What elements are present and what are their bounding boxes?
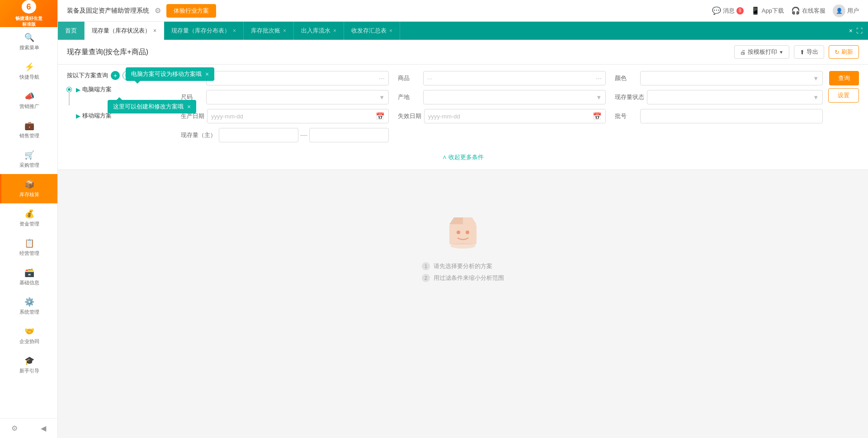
sidebar-item-operation[interactable]: 📋 经营管理 [0,233,57,262]
filter-add-btn[interactable]: + [111,71,120,80]
batch-no-input[interactable] [640,109,823,123]
print-dropdown-icon: ▼ [779,50,783,55]
inout-flow-label: 出入库流水 [301,27,330,35]
sidebar-item-enterprise[interactable]: 🤝 企业协同 [0,321,57,350]
message-item[interactable]: 💬 消息 8 [712,6,744,15]
goods-select[interactable]: ··· ⋯ [423,71,606,85]
scheme-tooltip: 电脑方案可设为移动方案哦 × [126,67,214,81]
tab-inventory-batch[interactable]: 库存批次账 × [244,22,294,40]
refresh-btn[interactable]: ↻ 刷新 [829,45,859,59]
production-date-placeholder: yyyy-mm-dd [211,113,243,120]
scheme-tooltip-text: 电脑方案可设为移动方案哦 [131,70,202,78]
tab-inventory-status[interactable]: 现存量（库存状况表） × [85,22,164,40]
inventory-main-end-input[interactable] [309,128,389,142]
color-label: 颜色 [615,74,637,82]
edit-tooltip-container: 这里可以创建和修改方案哦 × [108,100,196,113]
print-btn[interactable]: 🖨 按模板打印 ▼ [734,45,789,59]
inventory-status-label: 现存量（库存状况表） [92,27,151,35]
tab-collection-summary[interactable]: 收发存汇总表 × [344,22,400,40]
tab-inout-flow[interactable]: 出入库流水 × [294,22,344,40]
inventory-main-label: 现存量（主） [181,131,216,139]
sidebar-item-purchase[interactable]: 🛒 采购管理 [0,145,57,174]
scheme-tooltip-close-btn[interactable]: × [205,71,209,78]
close-all-tabs-icon[interactable]: × [849,27,853,34]
inventory-main-range-sep: — [300,131,307,139]
experience-btn[interactable]: 体验行业方案 [166,4,216,18]
sidebar-item-inventory[interactable]: 📦 库存核算 [0,174,57,203]
size-dropdown-icon: ▼ [379,94,385,101]
search-btn[interactable]: 查询 [829,71,859,85]
sidebar-item-finance[interactable]: 💰 资金管理 [0,203,57,233]
color-select[interactable]: ▼ [640,71,823,85]
empty-step-1: 1 请先选择要分析的方案 [422,260,504,272]
inventory-status-dropdown-icon: ▼ [813,94,819,101]
sidebar-item-basic-info[interactable]: 🗃️ 基础信息 [0,262,57,292]
filter-field-goods: 商品 ··· ⋯ [398,71,606,85]
home-tab-label: 首页 [65,27,77,35]
svg-rect-0 [449,224,476,245]
online-support-item[interactable]: 🎧 在线客服 [791,6,826,15]
page-title: 现存量查询(按仓库+商品) [67,47,148,57]
tab-collection-summary-close[interactable]: × [389,28,392,34]
reset-btn[interactable]: 设置 [828,88,859,103]
expiry-date-calendar-icon: 📅 [593,112,602,121]
operation-icon: 📋 [24,238,34,248]
scheme-desktop-arrow: ▶ [76,86,80,93]
export-btn[interactable]: ⬆ 导出 [794,45,824,59]
sidebar-nav: 🔍 搜索菜单 ⚡ 快捷导航 📣 营销推广 💼 销售管理 🛒 采购管理 📦 库存核… [0,27,57,418]
inventory-status-select[interactable]: ▼ [647,90,823,104]
message-badge: 8 [736,7,744,14]
search-icon: 🔍 [24,33,34,42]
basic-info-icon: 🗃️ [24,268,34,278]
color-dropdown-icon: ▼ [813,75,819,82]
sidebar-item-guide[interactable]: 🎓 新手引导 [0,350,57,380]
sidebar-item-marketing[interactable]: 📣 营销推广 [0,86,57,115]
filter-header-label: 按以下方案查询 [67,71,108,80]
goods-more-icon: ⋯ [596,75,602,82]
tab-inout-flow-close[interactable]: × [333,28,336,34]
tab-bar-end: × ⛶ [844,27,868,34]
size-select[interactable]: ▼ [206,90,389,104]
svg-point-1 [457,231,460,234]
content-area: 现存量查询(按仓库+商品) 🖨 按模板打印 ▼ ⬆ 导出 ↻ 刷新 [58,40,868,438]
settings-footer-btn[interactable]: ⚙ [11,424,18,433]
tab-bar: 首页 现存量（库存状况表） × 现存量（库存分布表） × 库存批次账 × 出入库… [58,22,868,40]
header-right: 💬 消息 8 📱 App下载 🎧 在线客服 👤 用户 [712,5,859,17]
scheme-tree-desktop[interactable]: ▶ 电脑端方案 [76,84,175,95]
collapse-sidebar-btn[interactable]: ◀ [41,424,46,433]
tab-inventory-distribution[interactable]: 现存量（库存分布表） × [164,22,244,40]
expiry-date-input[interactable]: yyyy-mm-dd 📅 [424,109,606,123]
main-area: 装备及固定资产辅助管理系统 ⚙ 体验行业方案 💬 消息 8 📱 App下载 🎧 … [58,0,868,438]
collapse-conditions-btn[interactable]: ∧ 收起更多条件 [67,149,859,163]
sidebar-item-quick-nav[interactable]: ⚡ 快捷导航 [0,57,57,86]
system-icon: ⚙️ [24,297,34,307]
inventory-status-label: 现存量状态 [615,93,644,101]
empty-steps: 1 请先选择要分析的方案 2 用过滤条件来缩小分析范围 [422,260,504,284]
edit-tooltip-close-btn[interactable]: × [187,103,191,110]
expiry-date-label: 失效日期 [398,112,421,120]
tab-inventory-batch-close[interactable]: × [283,28,286,34]
message-icon: 💬 [712,6,721,15]
sidebar-item-sales[interactable]: 💼 销售管理 [0,115,57,145]
production-date-input[interactable]: yyyy-mm-dd 📅 [207,109,389,123]
inventory-main-start-input[interactable] [219,128,298,142]
tab-inventory-status-close[interactable]: × [153,28,156,34]
user-item[interactable]: 👤 用户 [833,5,859,17]
origin-select[interactable]: ▼ [423,90,606,104]
edit-tooltip: 这里可以创建和修改方案哦 × [108,100,196,113]
settings-gear-icon[interactable]: ⚙ [155,6,161,15]
inventory-icon: 📦 [24,179,34,189]
sidebar-item-system[interactable]: ⚙️ 系统管理 [0,292,57,321]
tab-home[interactable]: 首页 [58,22,85,40]
fullscreen-icon[interactable]: ⛶ [856,27,863,34]
filter-section: 按以下方案查询 + ⧉ « 电脑方案可设为移动方案哦 × [58,65,868,170]
logo-text: 畅捷通好生意 标准版 [15,15,42,27]
tab-inventory-distribution-close[interactable]: × [233,28,236,34]
app-download-item[interactable]: 📱 App下载 [751,6,784,15]
goods-label: 商品 [398,74,420,82]
batch-no-label: 批号 [615,112,637,120]
page-header: 现存量查询(按仓库+商品) 🖨 按模板打印 ▼ ⬆ 导出 ↻ 刷新 [58,40,868,65]
sidebar-logo: 6 畅捷通好生意 标准版 [0,0,57,27]
sidebar-item-search[interactable]: 🔍 搜索菜单 [0,27,57,57]
warehouse-select[interactable]: ··· ⋯ [206,71,389,85]
